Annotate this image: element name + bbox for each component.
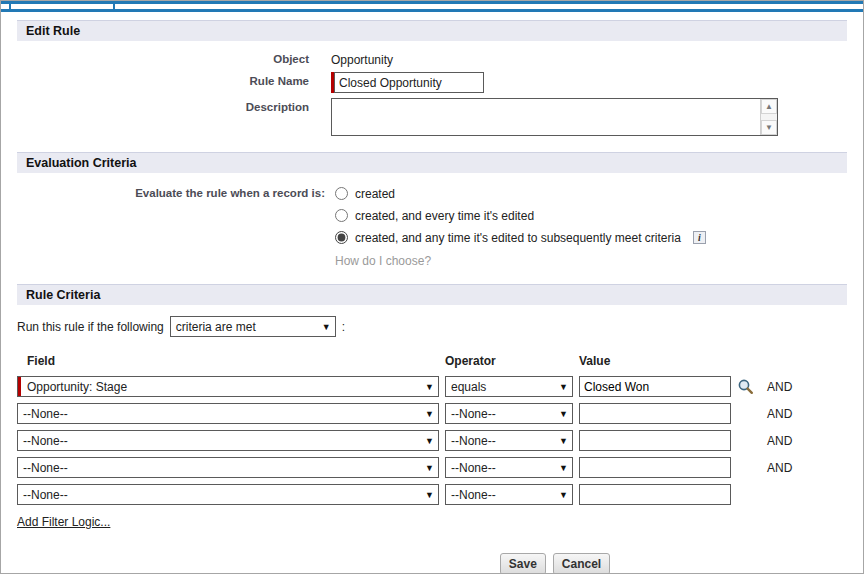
field-select-2-value: --None-- [23, 407, 68, 421]
chevron-down-icon: ▼ [425, 436, 434, 446]
field-select-1[interactable]: Opportunity: Stage ▼ [17, 376, 439, 397]
operator-select-2[interactable]: --None-- ▼ [445, 403, 573, 424]
lookup-magnifier-icon[interactable] [737, 378, 755, 396]
criteria-row-4: --None-- ▼ --None-- ▼ AND [17, 456, 847, 479]
scroll-up-icon[interactable]: ▲ [761, 99, 777, 114]
operator-select-4-value: --None-- [451, 461, 496, 475]
field-select-2[interactable]: --None-- ▼ [17, 403, 439, 424]
and-label: AND [767, 380, 807, 394]
field-select-3[interactable]: --None-- ▼ [17, 430, 439, 451]
radio-subsequently-meet[interactable] [335, 231, 348, 244]
and-label: AND [767, 461, 807, 475]
criteria-row-1: Opportunity: Stage ▼ equals ▼ [17, 375, 847, 398]
radio-subsequently-meet-label: created, and any time it's edited to sub… [355, 231, 681, 245]
and-label: AND [767, 407, 807, 421]
radio-created-label: created [355, 187, 395, 201]
edit-rule-section-header: Edit Rule [17, 20, 847, 41]
value-input-1[interactable] [579, 376, 731, 397]
field-select-3-value: --None-- [23, 434, 68, 448]
field-select-5[interactable]: --None-- ▼ [17, 484, 439, 505]
criteria-type-select-value: criteria are met [176, 320, 256, 334]
add-filter-logic-link[interactable]: Add Filter Logic... [17, 515, 110, 529]
operator-select-1-value: equals [451, 380, 486, 394]
run-rule-label: Run this rule if the following [17, 320, 164, 334]
description-label: Description [17, 98, 309, 113]
chevron-down-icon: ▼ [425, 382, 434, 392]
required-field-bar [18, 377, 21, 396]
object-row: Object Opportunity [17, 50, 847, 67]
object-label: Object [17, 50, 309, 65]
chevron-down-icon: ▼ [322, 322, 331, 332]
operator-select-5-value: --None-- [451, 488, 496, 502]
chevron-down-icon: ▼ [559, 409, 568, 419]
operator-select-5[interactable]: --None-- ▼ [445, 484, 573, 505]
top-tab-border [1, 1, 863, 12]
object-value: Opportunity [331, 50, 847, 67]
textarea-scrollbar[interactable]: ▲ ▼ [760, 99, 777, 135]
radio-option-subsequently-meet[interactable]: created, and any time it's edited to sub… [335, 230, 847, 245]
run-rule-colon: : [342, 320, 345, 334]
field-column-header: Field [17, 354, 439, 368]
save-button[interactable]: Save [500, 553, 546, 574]
value-input-2[interactable] [579, 403, 731, 424]
criteria-table: Field Operator Value Opportunity: Stage … [17, 354, 847, 506]
chevron-down-icon: ▼ [425, 463, 434, 473]
criteria-header-row: Field Operator Value [17, 354, 847, 368]
and-label: AND [767, 434, 807, 448]
description-row: Description ▲ ▼ [17, 98, 847, 136]
chevron-down-icon: ▼ [559, 436, 568, 446]
chevron-down-icon: ▼ [559, 490, 568, 500]
button-bar: Save Cancel [17, 553, 847, 574]
tab-edge-tick [113, 4, 115, 9]
rule-name-label: Rule Name [17, 72, 309, 87]
operator-select-3-value: --None-- [451, 434, 496, 448]
evaluation-criteria-body: Evaluate the rule when a record is: crea… [17, 186, 847, 268]
value-input-3[interactable] [579, 430, 731, 451]
radio-created[interactable] [335, 187, 348, 200]
radio-created-every-edit[interactable] [335, 209, 348, 222]
description-textarea[interactable] [332, 99, 760, 135]
criteria-type-select[interactable]: criteria are met ▼ [170, 316, 336, 337]
radio-created-every-edit-label: created, and every time it's edited [355, 209, 534, 223]
chevron-down-icon: ▼ [425, 409, 434, 419]
criteria-row-2: --None-- ▼ --None-- ▼ AND [17, 402, 847, 425]
rule-criteria-section-header: Rule Criteria [17, 284, 847, 305]
chevron-down-icon: ▼ [559, 382, 568, 392]
radio-option-created[interactable]: created [335, 186, 847, 201]
chevron-down-icon: ▼ [425, 490, 434, 500]
value-column-header: Value [579, 354, 731, 368]
criteria-row-5: --None-- ▼ --None-- ▼ [17, 483, 847, 506]
rule-name-row: Rule Name [17, 72, 847, 93]
rule-name-input[interactable] [334, 72, 484, 93]
cancel-button[interactable]: Cancel [553, 553, 610, 574]
field-select-4-value: --None-- [23, 461, 68, 475]
field-select-5-value: --None-- [23, 488, 68, 502]
evaluation-criteria-section-header: Evaluation Criteria [17, 152, 847, 173]
edit-rule-page: Edit Rule Object Opportunity Rule Name D… [0, 0, 864, 574]
tab-edge-tick [9, 4, 11, 9]
field-select-1-value: Opportunity: Stage [27, 380, 127, 394]
chevron-down-icon: ▼ [559, 463, 568, 473]
run-rule-line: Run this rule if the following criteria … [17, 316, 847, 337]
criteria-row-3: --None-- ▼ --None-- ▼ AND [17, 429, 847, 452]
operator-select-3[interactable]: --None-- ▼ [445, 430, 573, 451]
info-icon[interactable]: i [693, 231, 706, 244]
operator-select-1[interactable]: equals ▼ [445, 376, 573, 397]
scroll-down-icon[interactable]: ▼ [761, 120, 777, 135]
operator-select-2-value: --None-- [451, 407, 496, 421]
field-select-4[interactable]: --None-- ▼ [17, 457, 439, 478]
evaluate-when-label: Evaluate the rule when a record is: [17, 186, 325, 268]
value-input-4[interactable] [579, 457, 731, 478]
operator-select-4[interactable]: --None-- ▼ [445, 457, 573, 478]
radio-option-created-edited[interactable]: created, and every time it's edited [335, 208, 847, 223]
operator-column-header: Operator [445, 354, 573, 368]
value-input-5[interactable] [579, 484, 731, 505]
how-do-i-choose-link[interactable]: How do I choose? [335, 254, 431, 268]
